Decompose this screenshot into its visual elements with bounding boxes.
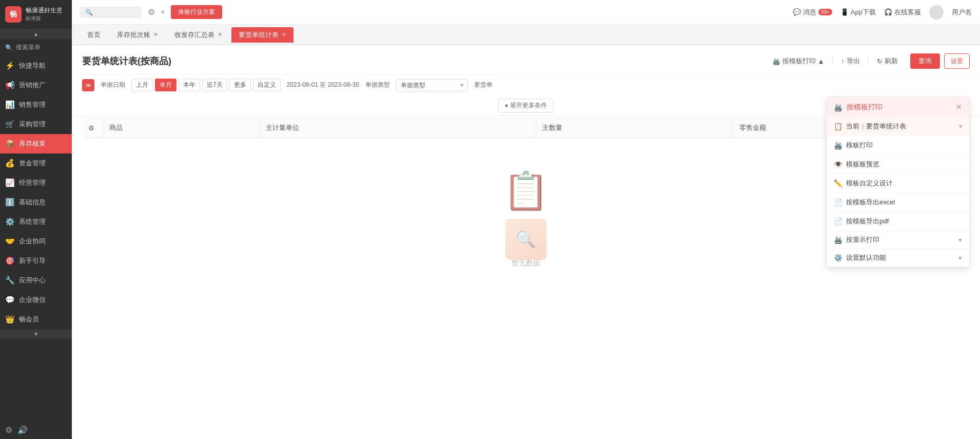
sidebar-bottom: ⚙ 🔊 xyxy=(0,421,72,439)
app-download-button[interactable]: 📱 App下载 xyxy=(840,8,876,17)
user-avatar[interactable] xyxy=(929,5,944,20)
type-filter-label: 单据类型 xyxy=(365,81,390,89)
sidebar-item-sales[interactable]: 📊销售管理 xyxy=(0,95,72,114)
dropdown-close-button[interactable]: ✕ xyxy=(955,102,962,112)
sidebar-item-collab[interactable]: 🤝企业协同 xyxy=(0,232,72,251)
tabbar: 首页库存批次账✕收发存汇总表✕要货单统计表✕ xyxy=(72,25,980,45)
messages-button[interactable]: 💬 消息 99+ xyxy=(793,8,832,17)
dropdown-arrow-icon[interactable]: ▾ xyxy=(161,8,165,16)
dropdown-group-set-default[interactable]: ⚙️设置默认功能▾ xyxy=(827,249,969,267)
search-icon: 🔍 xyxy=(85,9,93,16)
search-icon: 🔍 xyxy=(5,44,13,51)
search-menu-label: 搜索菜单 xyxy=(16,43,41,52)
tab-close-inventory-batch[interactable]: ✕ xyxy=(153,31,158,38)
dropdown-item-template-custom[interactable]: ✏️模板自定义设计 xyxy=(827,174,969,193)
trial-button[interactable]: 体验行业方案 xyxy=(171,5,222,19)
sidebar-item-guide[interactable]: 🎯新手引导 xyxy=(0,251,72,271)
settings-col-icon[interactable]: ⚙ xyxy=(88,124,94,132)
date-btn-本年[interactable]: 本年 xyxy=(179,79,200,91)
scroll-down-button[interactable]: ▼ xyxy=(0,329,72,339)
online-service-button[interactable]: 🎧 在线客服 xyxy=(884,8,921,17)
sidebar-item-operations[interactable]: 📈经营管理 xyxy=(0,173,72,193)
tab-label-receipt-summary: 收发存汇总表 xyxy=(174,30,214,40)
tab-inventory-batch[interactable]: 库存批次账✕ xyxy=(110,27,165,43)
topbar: 🔍 ⚙ ▾ 体验行业方案 💬 消息 99+ 📱 App下载 🎧 在线客服 用户名 xyxy=(72,0,980,25)
nav-icon-system: ⚙️ xyxy=(5,217,15,226)
app-version: 标准版 xyxy=(26,15,63,22)
dropdown-header: 🖨️ 按模板打印 ✕ xyxy=(827,97,969,117)
export-button[interactable]: ↑ 导出 xyxy=(837,54,865,68)
nav-icon-guide: 🎯 xyxy=(5,256,15,265)
nav-icon-inventory: 📦 xyxy=(5,139,15,148)
type-select[interactable]: 单据类型 xyxy=(396,79,468,91)
sidebar-item-member[interactable]: 👑畅会员 xyxy=(0,310,72,329)
nav-icon-finance: 💰 xyxy=(5,159,15,168)
sidebar-item-wechat[interactable]: 💬企业微信 xyxy=(0,290,72,310)
item-icon-template-export-pdf: 📄 xyxy=(834,217,842,225)
expand-conditions-button[interactable]: ▾ 展开更多条件 xyxy=(498,99,554,112)
dropdown-item-template-print[interactable]: 🖨️模板打印 xyxy=(827,136,969,155)
group-arrow-display-print: ▾ xyxy=(958,236,962,244)
nav-icon-purchase: 🛒 xyxy=(5,120,15,129)
export-icon: ↑ xyxy=(841,58,845,65)
settings-button[interactable]: 设置 xyxy=(944,53,970,69)
dropdown-item-template-export-excel[interactable]: 📄按模板导出excel xyxy=(827,193,969,212)
speaker-icon[interactable]: 🔊 xyxy=(17,425,28,435)
dropdown-item-template-preview[interactable]: 👁️模板板预览 xyxy=(827,155,969,174)
current-template-icon: 📋 xyxy=(834,122,842,130)
sidebar-item-purchase[interactable]: 🛒采购管理 xyxy=(0,114,72,134)
sidebar-item-inventory[interactable]: 📦库存核算 xyxy=(0,134,72,154)
refresh-button[interactable]: ↻ 刷新 xyxy=(873,54,902,68)
nav-icon-basic-info: ℹ️ xyxy=(5,198,15,207)
tab-order-stats[interactable]: 要货单统计表✕ xyxy=(231,27,293,43)
print-button[interactable]: 🖨️ 按模板打印 ▲ xyxy=(768,54,829,68)
sidebar-item-quick-nav[interactable]: ⚡快捷导航 xyxy=(0,56,72,75)
tab-home[interactable]: 首页 xyxy=(80,27,108,43)
nav-label-basic-info: 基础信息 xyxy=(19,198,46,207)
scroll-up-button[interactable]: ▲ xyxy=(0,29,72,39)
filter-expand-icon[interactable]: ≫ xyxy=(82,79,94,91)
tab-receipt-summary[interactable]: 收发存汇总表✕ xyxy=(167,27,229,43)
date-range-display: 2023-06-01 至 2023-06-30 xyxy=(287,81,359,89)
nav-icon-wechat: 💬 xyxy=(5,295,15,304)
sidebar-item-basic-info[interactable]: ℹ️基础信息 xyxy=(0,193,72,212)
dropdown-group-display-print[interactable]: 🖨️按显示打印▾ xyxy=(827,231,969,249)
date-btn-更多[interactable]: 更多 xyxy=(229,79,251,91)
item-label-template-export-excel: 按模板导出excel xyxy=(846,198,895,207)
search-menu-button[interactable]: 🔍 搜索菜单 xyxy=(0,39,72,56)
sidebar-item-marketing[interactable]: 📢营销推广 xyxy=(0,75,72,95)
settings-icon[interactable]: ⚙ xyxy=(5,425,12,435)
col-header-3: 主数量 xyxy=(536,118,733,138)
date-btn-上月[interactable]: 上月 xyxy=(131,79,153,91)
date-btn-本月[interactable]: 本月 xyxy=(155,79,177,91)
topbar-gear-icon[interactable]: ⚙ xyxy=(148,7,155,17)
main-area: 🔍 ⚙ ▾ 体验行业方案 💬 消息 99+ 📱 App下载 🎧 在线客服 用户名 xyxy=(72,0,980,439)
nav-label-operations: 经营管理 xyxy=(19,178,46,187)
print-dropdown-panel: 🖨️ 按模板打印 ✕ 📋 当前：要货单统计表 ▾ 🖨️模板打印👁️模板板预览✏️… xyxy=(826,97,970,268)
nav-icon-app-center: 🔧 xyxy=(5,276,15,285)
dropdown-item-template-export-pdf[interactable]: 📄按模板导出pdf xyxy=(827,212,969,231)
item-label-template-export-pdf: 按模板导出pdf xyxy=(846,217,889,226)
nav-icon-member: 👑 xyxy=(5,315,15,324)
date-btn-近7天[interactable]: 近7天 xyxy=(202,79,227,91)
topbar-right: 💬 消息 99+ 📱 App下载 🎧 在线客服 用户名 xyxy=(793,5,972,20)
sidebar-item-system[interactable]: ⚙️系统管理 xyxy=(0,212,72,232)
sidebar-item-app-center[interactable]: 🔧应用中心 xyxy=(0,271,72,290)
nav-label-collab: 企业协同 xyxy=(19,237,46,246)
refresh-label: 刷新 xyxy=(885,56,898,66)
expand-label: 展开更多条件 xyxy=(510,101,547,110)
tab-close-receipt-summary[interactable]: ✕ xyxy=(218,31,222,38)
date-btn-自定义[interactable]: 自定义 xyxy=(253,79,281,91)
query-button[interactable]: 查询 xyxy=(910,53,940,69)
item-label-template-print: 模板打印 xyxy=(846,141,873,150)
item-label-template-preview: 模板板预览 xyxy=(846,160,879,169)
nav-label-system: 系统管理 xyxy=(19,217,46,226)
nav-label-app-center: 应用中心 xyxy=(19,276,46,285)
sidebar-item-finance[interactable]: 💰资金管理 xyxy=(0,154,72,173)
printer-icon: 🖨️ xyxy=(772,58,780,65)
tab-close-order-stats[interactable]: ✕ xyxy=(282,31,286,38)
message-icon: 💬 xyxy=(793,8,801,16)
topbar-search[interactable]: 🔍 xyxy=(80,7,142,18)
current-template-item[interactable]: 📋 当前：要货单统计表 ▾ xyxy=(827,117,969,136)
nav-label-purchase: 采购管理 xyxy=(19,120,46,129)
